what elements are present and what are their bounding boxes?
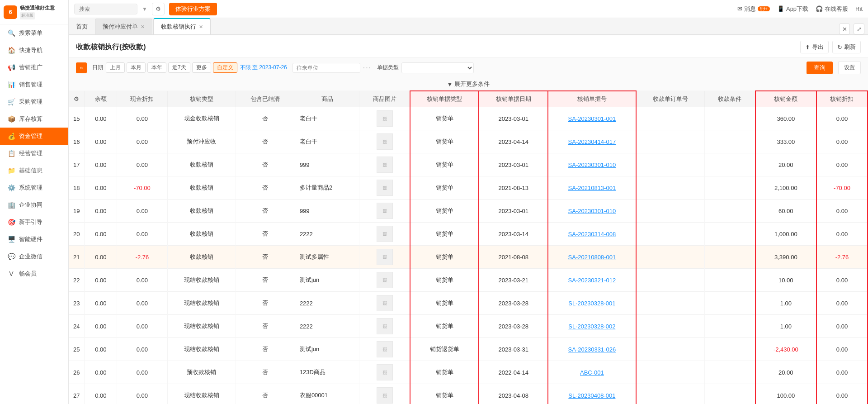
row-amount: 333.00 [755,130,816,153]
sidebar-item-search[interactable]: 🔍 搜索菜单 [0,24,68,42]
query-button[interactable]: 查询 [807,62,833,74]
date-btn-last-month[interactable]: 上月 [106,62,125,73]
search-icon: 🔍 [7,29,15,37]
row-bill-no[interactable]: SA-20230314-008 [548,223,636,246]
sidebar-item-marketing[interactable]: 📢 营销推广 [0,59,68,76]
row-order-no [636,107,705,130]
support-button[interactable]: 🎧 在线客服 [816,5,848,13]
expand-more-button[interactable]: ▼ 展开更多条件 [447,80,490,88]
row-goods-img: 🖼 [359,292,410,315]
row-discount: 0.00 [816,269,868,292]
table-row: 23 0.00 0.00 现结收款核销 否 2222 🖼 销货单 2023-03… [69,292,868,315]
row-type: 现结收款核销 [167,384,236,404]
table-row: 26 0.00 0.00 预收款核销 否 123D商品 🖼 销货单 2022-0… [69,361,868,384]
row-bill-date: 2023-04-14 [479,130,548,153]
row-bill-no[interactable]: SA-20230301-001 [548,107,636,130]
row-bill-no[interactable]: SA-20230321-012 [548,269,636,292]
row-bill-type: 销货单 [410,269,479,292]
partner-input[interactable] [292,63,360,73]
row-cash-discount: 0.00 [117,338,167,361]
row-bill-date: 2023-03-28 [479,315,548,338]
col-type: 核销类型 [167,91,236,107]
app-download-button[interactable]: 📱 App下载 [777,5,808,13]
row-included: 否 [236,176,295,200]
sidebar-item-system[interactable]: ⚙️ 系统管理 [0,179,68,196]
row-order-no [636,384,705,404]
row-goods: 老白干 [295,130,359,153]
sidebar-item-inventory[interactable]: 📦 库存核算 [0,110,68,128]
tab-close-button[interactable]: ✕ [839,24,850,34]
filter-setting-button[interactable]: 设置 [838,61,861,74]
solution-button[interactable]: 体验行业方案 [169,3,217,15]
row-included: 否 [236,338,295,361]
row-bill-no[interactable]: SL-20230328-001 [548,292,636,315]
sidebar-item-operations[interactable]: 📋 经营管理 [0,145,68,162]
row-cash-discount: 0.00 [117,269,167,292]
row-amount: 20.00 [755,361,816,384]
row-bill-type: 销货单 [410,200,479,223]
date-btn-custom[interactable]: 自定义 [213,62,237,73]
row-cash-discount: 0.00 [117,153,167,176]
row-cash-discount: 0.00 [117,292,167,315]
tab-expand-button[interactable]: ⤢ [854,24,864,34]
tab-collection[interactable]: 收款核销执行 ✕ [153,18,211,34]
row-bill-date: 2022-04-14 [479,361,548,384]
row-goods-img: 🖼 [359,315,410,338]
sidebar-item-quick-nav[interactable]: 🏠 快捷导航 [0,42,68,59]
date-btn-more[interactable]: 更多 [192,62,211,73]
row-discount: 0.00 [816,130,868,153]
row-bill-no[interactable]: SL-20230408-001 [548,384,636,404]
row-num: 26 [69,361,85,384]
sidebar-item-sales[interactable]: 📊 销售管理 [0,76,68,93]
refresh-button[interactable]: ↻ 刷新 [832,41,861,53]
row-goods-img: 🖼 [359,200,410,223]
search-input[interactable] [74,4,137,14]
message-button[interactable]: ✉ 消息 99+ [737,5,770,13]
bill-type-select[interactable] [401,62,474,73]
tab-collection-close[interactable]: ✕ [199,24,203,30]
dropdown-arrow-icon[interactable]: ▼ [142,6,147,12]
row-bill-no[interactable]: SA-20230301-010 [548,200,636,223]
row-cash-discount: 0.00 [117,200,167,223]
export-button[interactable]: ⬆ 导出 [800,41,829,53]
row-bill-date: 2023-03-01 [479,107,548,130]
sidebar-logo: 6 畅捷通谁好生意 标准版 [0,0,68,24]
enterprise-icon: 🏢 [7,201,15,209]
sidebar-item-wechat[interactable]: 💬 企业微信 [0,248,68,265]
member-icon: V [7,270,15,278]
filter-expand-button[interactable]: » [76,62,87,73]
sidebar-item-member[interactable]: V 畅会员 [0,265,68,282]
col-balance: 余额 [85,91,117,107]
partner-more-icon[interactable]: ··· [363,64,372,72]
row-amount: 20.00 [755,153,816,176]
sidebar-item-purchase[interactable]: 🛒 采购管理 [0,93,68,110]
row-bill-no[interactable]: SA-20210813-001 [548,176,636,200]
tab-prepay-close[interactable]: ✕ [141,24,145,30]
row-bill-no[interactable]: SL-20230328-002 [548,315,636,338]
row-bill-no[interactable]: SA-20230331-026 [548,338,636,361]
product-image: 🖼 [382,232,387,237]
row-type: 收款核销 [167,223,236,246]
row-bill-no[interactable]: SA-20210808-001 [548,246,636,269]
row-amount: -2,430.00 [755,338,816,361]
sidebar-item-guide[interactable]: 🎯 新手引导 [0,214,68,231]
row-type: 收款核销 [167,176,236,200]
col-gear: ⚙ [69,91,85,107]
row-bill-no[interactable]: SA-20230414-017 [548,130,636,153]
user-profile[interactable]: Rit [855,5,863,12]
sidebar-item-smart-hw[interactable]: 🖥️ 智能硬件 [0,231,68,248]
date-btn-7days[interactable]: 近7天 [168,62,190,73]
tab-home[interactable]: 首页 [69,19,95,34]
date-btn-this-year[interactable]: 本年 [147,62,166,73]
row-bill-type: 销货单 [410,107,479,130]
date-btn-this-month[interactable]: 本月 [127,62,146,73]
settings-gear-button[interactable]: ⚙ [152,3,165,15]
sidebar-item-basic-info[interactable]: 📁 基础信息 [0,162,68,179]
tab-prepay[interactable]: 预付冲应付单 ✕ [95,19,152,34]
row-bill-no[interactable]: SA-20230301-010 [548,153,636,176]
bill-type-filter-group: 单据类型 [377,62,474,73]
sidebar-item-finance[interactable]: 💰 资金管理 [0,128,68,145]
sidebar-item-enterprise[interactable]: 🏢 企业协同 [0,196,68,214]
row-bill-no[interactable]: ABC-001 [548,361,636,384]
row-bill-type: 销货单 [410,361,479,384]
